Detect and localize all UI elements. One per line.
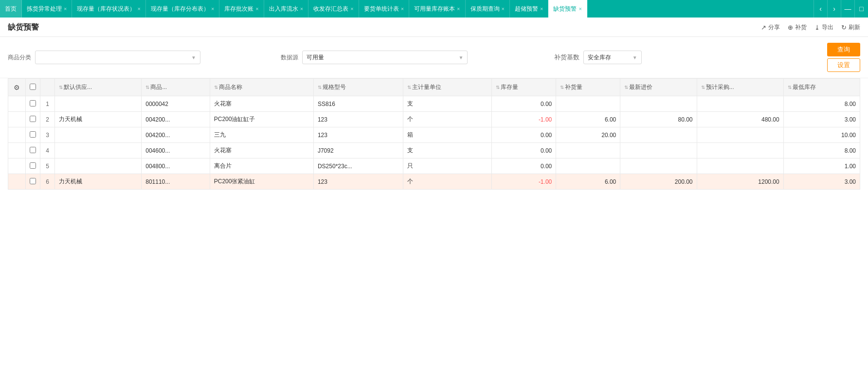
nav-next-button[interactable]: › bbox=[827, 0, 841, 18]
nav-item-label-8: 可用量库存账本 bbox=[414, 5, 455, 13]
nav-close-icon-1[interactable]: × bbox=[64, 6, 67, 12]
row-replenish-qty bbox=[556, 158, 620, 174]
nav-item-label-1: 拣货异常处理 bbox=[27, 5, 62, 13]
column-spec[interactable]: ⇅规格型号 bbox=[313, 79, 403, 96]
export-button[interactable]: ⤓ 导出 bbox=[814, 23, 833, 32]
row-checkbox-1[interactable] bbox=[30, 116, 36, 122]
column-latest-price[interactable]: ⇅最新进价 bbox=[620, 79, 697, 96]
table-row: 10000042火花塞SS816支0.008.00 bbox=[8, 96, 860, 112]
nav-item-11[interactable]: 缺货预警× bbox=[548, 0, 587, 18]
nav-close-icon-8[interactable]: × bbox=[457, 6, 460, 12]
nav-close-icon-7[interactable]: × bbox=[401, 6, 404, 12]
nav-item-9[interactable]: 保质期查询× bbox=[466, 0, 510, 18]
nav-bar: 首页拣货异常处理×现存量（库存状况表）×现存量（库存分布表）×库存批次账×出入库… bbox=[0, 0, 868, 18]
nav-item-10[interactable]: 超储预警× bbox=[510, 0, 548, 18]
settings-button[interactable]: 设置 bbox=[827, 58, 860, 72]
row-min-stock: 1.00 bbox=[783, 158, 860, 174]
nav-item-label-6: 收发存汇总表 bbox=[313, 5, 348, 13]
category-dropdown-icon: ▼ bbox=[191, 55, 196, 60]
select-all-checkbox[interactable] bbox=[30, 84, 36, 90]
row-checkbox-5[interactable] bbox=[30, 178, 36, 184]
row-est-purchase bbox=[697, 158, 783, 174]
column-min-stock[interactable]: ⇅最低库存 bbox=[783, 79, 860, 96]
row-product-code: 004800... bbox=[142, 158, 210, 174]
row-stock: 0.00 bbox=[492, 143, 556, 158]
row-checkbox-3[interactable] bbox=[30, 147, 36, 153]
datasource-filter-section: 数据源 可用量 ▼ bbox=[281, 51, 544, 64]
nav-item-label-3: 现存量（库存分布表） bbox=[151, 5, 209, 13]
table-container: ⚙ ⇅默认供应... ⇅商品... ⇅商品名称 ⇅规格型号 ⇅主计量单位 ⇅库存… bbox=[0, 78, 868, 190]
row-est-purchase bbox=[697, 143, 783, 158]
row-number: 4 bbox=[40, 143, 55, 158]
data-table: ⚙ ⇅默认供应... ⇅商品... ⇅商品名称 ⇅规格型号 ⇅主计量单位 ⇅库存… bbox=[8, 78, 860, 190]
row-stock: -1.00 bbox=[492, 112, 556, 127]
nav-close-icon-9[interactable]: × bbox=[502, 6, 505, 12]
row-unit: 支 bbox=[403, 143, 491, 158]
row-product-name: PC200张紧油缸 bbox=[210, 174, 313, 190]
page-title: 缺货预警 bbox=[8, 22, 39, 33]
row-checkbox-cell bbox=[26, 127, 40, 143]
nav-item-4[interactable]: 库存批次账× bbox=[219, 0, 264, 18]
nav-close-icon-4[interactable]: × bbox=[255, 6, 258, 12]
nav-item-0[interactable]: 首页 bbox=[0, 0, 22, 18]
column-est-purchase[interactable]: ⇅预计采购... bbox=[697, 79, 783, 96]
page-header: 缺货预警 ↗ 分享 ⊕ 补货 ⤓ 导出 ↻ 刷新 bbox=[0, 18, 868, 37]
datasource-select[interactable]: 可用量 ▼ bbox=[302, 51, 468, 64]
column-replenish-qty[interactable]: ⇅补货量 bbox=[556, 79, 620, 96]
replenish-select[interactable]: 安全库存 ▼ bbox=[583, 51, 642, 64]
nav-item-1[interactable]: 拣货异常处理× bbox=[22, 0, 72, 18]
refresh-button[interactable]: ↻ 刷新 bbox=[841, 23, 860, 32]
nav-close-icon-3[interactable]: × bbox=[211, 6, 214, 12]
row-checkbox-0[interactable] bbox=[30, 100, 36, 106]
column-stock[interactable]: ⇅库存量 bbox=[492, 79, 556, 96]
row-spec: DS250*23c... bbox=[313, 158, 403, 174]
table-row: 6力天机械801110...PC200张紧油缸123个-1.006.00200.… bbox=[8, 174, 860, 190]
query-button[interactable]: 查询 bbox=[827, 43, 860, 56]
row-checkbox-4[interactable] bbox=[30, 162, 36, 169]
row-gear-cell bbox=[8, 96, 26, 112]
column-supplier[interactable]: ⇅默认供应... bbox=[55, 79, 142, 96]
replenish-button[interactable]: ⊕ 补货 bbox=[788, 23, 807, 32]
nav-close-icon-5[interactable]: × bbox=[300, 6, 303, 12]
replenish-filter-section: 补货基数 安全库存 ▼ bbox=[554, 51, 817, 64]
sort-stock-icon: ⇅ bbox=[496, 85, 500, 90]
nav-item-6[interactable]: 收发存汇总表× bbox=[308, 0, 359, 18]
row-checkbox-cell bbox=[26, 174, 40, 190]
nav-item-8[interactable]: 可用量库存账本× bbox=[409, 0, 465, 18]
nav-item-3[interactable]: 现存量（库存分布表）× bbox=[146, 0, 219, 18]
nav-item-label-0: 首页 bbox=[5, 5, 17, 13]
table-row: 4004600...火花塞J7092支0.008.00 bbox=[8, 143, 860, 158]
row-unit: 箱 bbox=[403, 127, 491, 143]
column-unit[interactable]: ⇅主计量单位 bbox=[403, 79, 491, 96]
row-replenish-qty: 20.00 bbox=[556, 127, 620, 143]
nav-item-2[interactable]: 现存量（库存状况表）× bbox=[72, 0, 145, 18]
nav-item-label-9: 保质期查询 bbox=[470, 5, 500, 13]
row-product-name: PC200油缸缸子 bbox=[210, 112, 313, 127]
gear-icon[interactable]: ⚙ bbox=[14, 84, 20, 91]
column-product-code[interactable]: ⇅商品... bbox=[142, 79, 210, 96]
filter-action-buttons: 查询 设置 bbox=[827, 43, 860, 72]
row-unit: 个 bbox=[403, 112, 491, 127]
nav-close-icon-10[interactable]: × bbox=[540, 6, 543, 12]
row-stock: 0.00 bbox=[492, 96, 556, 112]
window-minimize-button[interactable]: ― bbox=[841, 0, 854, 18]
nav-close-icon-11[interactable]: × bbox=[579, 6, 581, 12]
window-maximize-button[interactable]: □ bbox=[854, 0, 868, 18]
row-latest-price bbox=[620, 158, 697, 174]
nav-item-label-2: 现存量（库存状况表） bbox=[77, 5, 135, 13]
nav-close-icon-2[interactable]: × bbox=[137, 6, 140, 12]
nav-close-icon-6[interactable]: × bbox=[350, 6, 353, 12]
datasource-select-value: 可用量 bbox=[307, 53, 324, 62]
sort-supplier-icon: ⇅ bbox=[59, 85, 63, 90]
share-button[interactable]: ↗ 分享 bbox=[761, 23, 780, 32]
row-unit: 支 bbox=[403, 96, 491, 112]
nav-item-5[interactable]: 出入库流水× bbox=[264, 0, 308, 18]
row-replenish-qty bbox=[556, 143, 620, 158]
row-supplier bbox=[55, 158, 142, 174]
nav-item-7[interactable]: 要货单统计表× bbox=[359, 0, 409, 18]
category-select[interactable]: ▼ bbox=[35, 51, 200, 64]
row-checkbox-2[interactable] bbox=[30, 131, 36, 138]
row-min-stock: 3.00 bbox=[783, 112, 860, 127]
nav-prev-button[interactable]: ‹ bbox=[814, 0, 827, 18]
column-product-name[interactable]: ⇅商品名称 bbox=[210, 79, 313, 96]
